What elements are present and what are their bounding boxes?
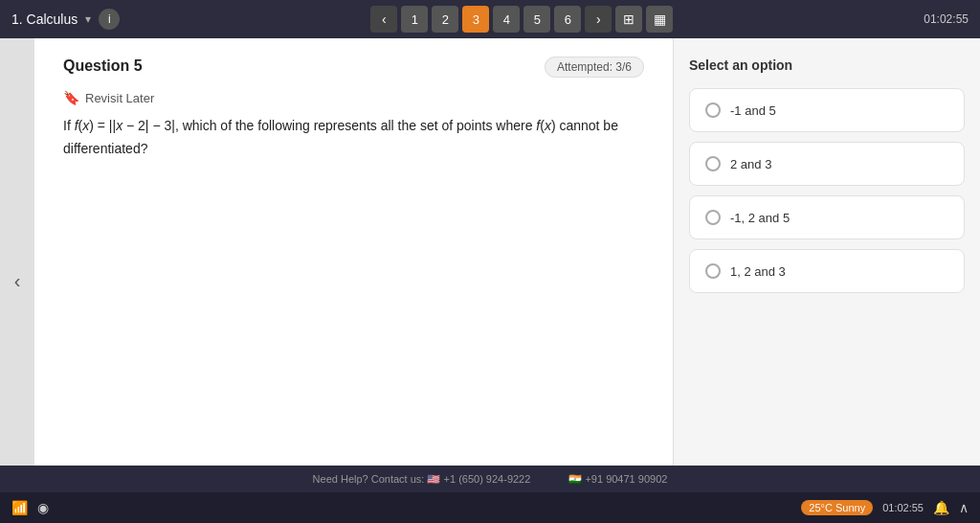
help-text: Need Help? Contact us: 🇺🇸 +1 (650) 924-9…	[313, 473, 531, 486]
top-bar-left: 1. Calculus ▾ i	[11, 9, 120, 30]
option-1-label: -1 and 5	[730, 103, 776, 118]
page-6-button[interactable]: 6	[554, 6, 581, 33]
bluetooth-icon: ◉	[37, 500, 49, 515]
options-title: Select an option	[689, 57, 965, 73]
option-1-radio[interactable]	[705, 102, 721, 118]
up-arrow-icon[interactable]: ∧	[959, 500, 969, 515]
taskbar-right: 25°C Sunny 01:02:55 🔔 ∧	[801, 500, 969, 515]
revisit-later-button[interactable]: 🔖 Revisit Later	[63, 90, 644, 105]
question-number: Question 5	[63, 57, 143, 75]
phone-us: +1 (650) 924-9222	[444, 473, 531, 485]
option-2-radio[interactable]	[705, 156, 721, 171]
revisit-later-label: Revisit Later	[85, 91, 154, 105]
question-header: Question 5 Attempted: 3/6	[63, 57, 644, 75]
options-panel: Select an option -1 and 5 2 and 3 -1, 2 …	[674, 38, 980, 523]
grid-view-button[interactable]: ⊞	[615, 6, 642, 33]
option-2-label: 2 and 3	[730, 157, 771, 171]
system-time: 01:02:55	[882, 502, 924, 513]
option-4-label: 1, 2 and 3	[730, 264, 786, 279]
flag-in-icon: 🇮🇳	[568, 473, 585, 485]
question-panel: Question 5 Attempted: 3/6 🔖 Revisit Late…	[34, 38, 674, 523]
prev-page-button[interactable]: ‹	[370, 6, 397, 33]
taskbar-left: 📶 ◉	[11, 500, 49, 515]
page-3-button[interactable]: 3	[462, 6, 489, 33]
help-bar: Need Help? Contact us: 🇺🇸 +1 (650) 924-9…	[0, 466, 980, 492]
main-content: ‹ Question 5 Attempted: 3/6 🔖 Revisit La…	[0, 38, 980, 523]
option-3-label: -1, 2 and 5	[730, 211, 790, 225]
page-4-button[interactable]: 4	[493, 6, 520, 33]
timer: 01:02:55	[924, 12, 969, 26]
option-4-radio[interactable]	[705, 263, 721, 279]
bookmark-icon: 🔖	[63, 90, 79, 105]
next-page-button[interactable]: ›	[585, 6, 612, 33]
notifications-icon[interactable]: 🔔	[933, 500, 949, 515]
taskbar: 📶 ◉ 25°C Sunny 01:02:55 🔔 ∧	[0, 492, 980, 523]
help-text-in: 🇮🇳 +91 90471 90902	[568, 473, 667, 486]
info-button[interactable]: i	[99, 9, 120, 30]
option-3-card[interactable]: -1, 2 and 5	[689, 195, 965, 239]
dropdown-icon[interactable]: ▾	[85, 12, 91, 26]
left-nav-panel[interactable]: ‹	[0, 38, 34, 523]
subject-title: 1. Calculus	[11, 11, 78, 27]
calculator-button[interactable]: ▦	[646, 6, 673, 33]
page-1-button[interactable]: 1	[401, 6, 428, 33]
weather-badge: 25°C Sunny	[801, 500, 873, 515]
page-5-button[interactable]: 5	[523, 6, 550, 33]
phone-in: +91 90471 90902	[585, 473, 667, 485]
help-label: Need Help? Contact us:	[313, 473, 425, 485]
option-3-radio[interactable]	[705, 210, 721, 225]
pagination: ‹ 1 2 3 4 5 6 › ⊞ ▦	[370, 6, 673, 33]
question-body: If f(x) = ||x − 2| − 3|, which of the fo…	[63, 118, 618, 156]
attempted-badge: Attempted: 3/6	[545, 57, 644, 78]
left-arrow-icon[interactable]: ‹	[14, 270, 21, 292]
top-bar: 1. Calculus ▾ i ‹ 1 2 3 4 5 6 › ⊞ ▦ 01:0…	[0, 0, 980, 38]
wifi-icon: 📶	[11, 500, 28, 515]
flag-us-icon: 🇺🇸	[427, 473, 443, 485]
option-1-card[interactable]: -1 and 5	[689, 88, 965, 132]
option-2-card[interactable]: 2 and 3	[689, 142, 965, 186]
option-4-card[interactable]: 1, 2 and 3	[689, 249, 965, 293]
page-2-button[interactable]: 2	[432, 6, 458, 33]
question-text: If f(x) = ||x − 2| − 3|, which of the fo…	[63, 115, 644, 161]
